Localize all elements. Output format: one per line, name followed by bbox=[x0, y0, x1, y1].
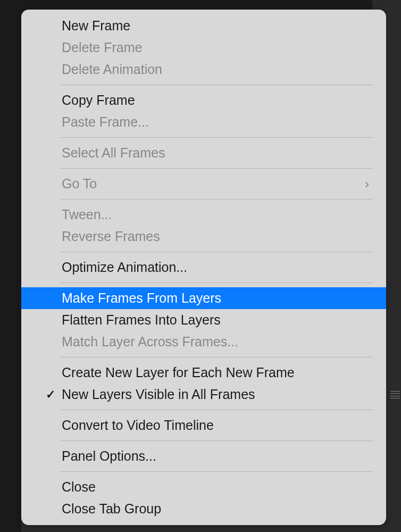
menu-item-label: Panel Options... bbox=[62, 447, 156, 465]
menu-item-label: Tween... bbox=[62, 206, 112, 223]
menu-item-close[interactable]: Close bbox=[21, 476, 386, 498]
menu-item-match-layer-across-frames: Match Layer Across Frames... bbox=[21, 331, 386, 353]
menu-item-label: Optimize Animation... bbox=[62, 259, 187, 276]
menu-item-optimize-animation[interactable]: Optimize Animation... bbox=[21, 256, 386, 278]
menu-item-new-layers-visible-in-all-frames[interactable]: ✓New Layers Visible in All Frames bbox=[21, 384, 386, 405]
checkmark-icon: ✓ bbox=[46, 386, 55, 403]
menu-item-label: Match Layer Across Frames... bbox=[62, 333, 238, 351]
context-menu: New FrameDelete FrameDelete AnimationCop… bbox=[21, 10, 386, 525]
menu-item-label: Copy Frame bbox=[62, 92, 135, 109]
menu-separator bbox=[61, 410, 373, 410]
menu-item-reverse-frames: Reverse Frames bbox=[21, 226, 386, 247]
menu-item-make-frames-from-layers[interactable]: Make Frames From Layers bbox=[21, 287, 386, 309]
menu-item-delete-animation: Delete Animation bbox=[21, 59, 386, 80]
menu-item-select-all-frames: Select All Frames bbox=[21, 142, 386, 164]
menu-separator bbox=[61, 282, 373, 283]
menu-item-label: Make Frames From Layers bbox=[62, 289, 221, 307]
menu-item-label: Create New Layer for Each New Frame bbox=[62, 364, 295, 381]
menu-item-label: Go To bbox=[62, 175, 97, 193]
menu-item-delete-frame: Delete Frame bbox=[21, 37, 386, 59]
menu-separator bbox=[61, 85, 373, 85]
menu-item-label: Select All Frames bbox=[62, 144, 165, 162]
menu-item-label: Reverse Frames bbox=[62, 228, 160, 245]
menu-item-label: Delete Frame bbox=[62, 39, 142, 56]
menu-item-convert-to-video-timeline[interactable]: Convert to Video Timeline bbox=[21, 414, 386, 436]
menu-item-label: New Layers Visible in All Frames bbox=[62, 386, 255, 403]
background-sidebar bbox=[0, 0, 21, 532]
menu-separator bbox=[61, 199, 373, 200]
menu-separator bbox=[61, 357, 373, 358]
menu-item-paste-frame: Paste Frame... bbox=[21, 111, 386, 133]
panel-drag-handle-icon[interactable] bbox=[389, 391, 401, 398]
menu-separator bbox=[61, 440, 373, 441]
menu-item-label: Delete Animation bbox=[62, 61, 162, 78]
menu-item-new-frame[interactable]: New Frame bbox=[21, 15, 386, 37]
menu-separator bbox=[61, 471, 373, 472]
menu-item-label: Paste Frame... bbox=[62, 113, 149, 131]
menu-item-label: Close Tab Group bbox=[62, 500, 161, 518]
menu-item-label: New Frame bbox=[62, 17, 130, 35]
menu-item-label: Close bbox=[62, 478, 96, 496]
menu-item-label: Flatten Frames Into Layers bbox=[62, 311, 221, 329]
menu-separator bbox=[61, 252, 373, 252]
menu-item-create-new-layer-for-each-new-frame[interactable]: Create New Layer for Each New Frame bbox=[21, 362, 386, 384]
menu-item-flatten-frames-into-layers[interactable]: Flatten Frames Into Layers bbox=[21, 309, 386, 331]
menu-item-copy-frame[interactable]: Copy Frame bbox=[21, 89, 386, 111]
menu-item-label: Convert to Video Timeline bbox=[62, 417, 214, 434]
chevron-right-icon: › bbox=[365, 175, 369, 193]
menu-item-tween: Tween... bbox=[21, 204, 386, 226]
menu-item-panel-options[interactable]: Panel Options... bbox=[21, 445, 386, 467]
menu-separator bbox=[61, 137, 373, 138]
menu-item-close-tab-group[interactable]: Close Tab Group bbox=[21, 498, 386, 520]
menu-item-go-to: Go To› bbox=[21, 173, 386, 195]
menu-separator bbox=[61, 168, 373, 169]
